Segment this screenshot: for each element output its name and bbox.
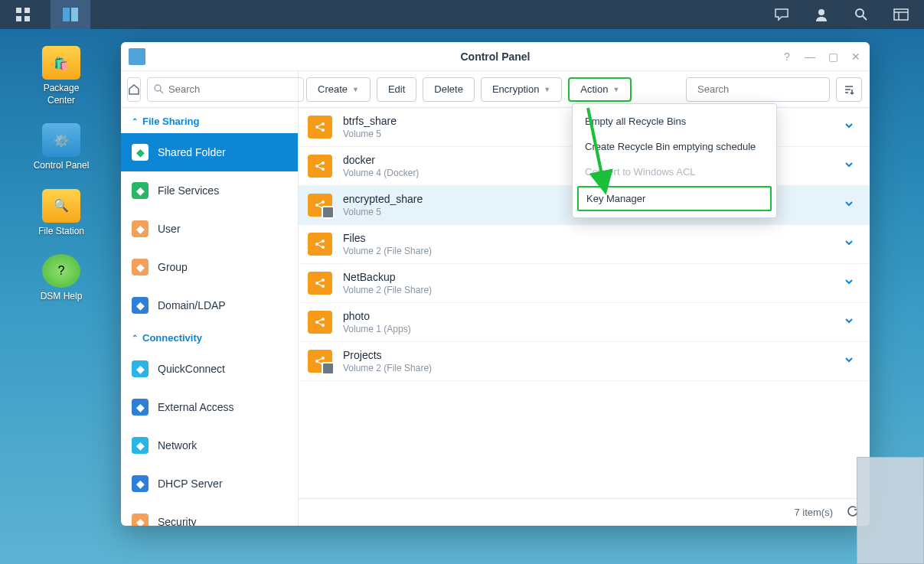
folder-name: NetBackup [343,271,833,283]
sidebar-item-icon: ◆ [132,399,149,416]
sidebar-item-security[interactable]: ◆Security [121,503,298,526]
sidebar-item-icon: ◆ [132,297,149,314]
folder-row-files[interactable]: FilesVolume 2 (File Share) [299,225,870,264]
share-folder-icon [308,311,332,334]
taskbar [0,0,924,29]
main-menu-icon[interactable] [11,2,35,27]
desktop-preview-thumbnail[interactable] [857,457,924,564]
sidebar-item-dhcp-server[interactable]: ◆DHCP Server [121,465,298,503]
desktop-icon-control-panel[interactable]: ⚙️ Control Panel [29,123,93,172]
sidebar-item-domain-ldap[interactable]: ◆Domain/LDAP [121,286,298,324]
chevron-down-icon: ▼ [612,86,619,93]
sidebar-item-icon: ◆ [132,513,149,526]
expand-chevron-icon[interactable] [844,159,854,173]
sidebar-item-icon: ◆ [132,259,149,275]
table-search-input[interactable] [697,83,826,95]
share-folder-icon [308,116,332,139]
folder-row-netbackup[interactable]: NetBackupVolume 2 (File Share) [299,264,870,303]
share-folder-icon [308,155,332,178]
search-icon [154,84,164,94]
main-panel: Create▼ Edit Delete Encryption▼ Action▼ … [299,71,870,526]
action-button[interactable]: Action▼ [568,77,632,102]
svg-point-7 [856,9,864,17]
desktop-icon-package-center[interactable]: 🛍️ Package Center [29,46,93,106]
expand-chevron-icon[interactable] [844,120,854,134]
svg-rect-8 [894,9,908,20]
chevron-up-icon: ⌃ [132,117,138,126]
toolbar: Create▼ Edit Delete Encryption▼ Action▼ … [299,71,870,108]
menu-item-convert-to-windows-acl: Convert to Windows ACL [573,159,776,184]
shopping-bag-icon: 🛍️ [42,46,80,80]
sidebar-item-label: QuickConnect [158,363,225,375]
chevron-down-icon: ▼ [544,86,550,93]
desktop-icons: 🛍️ Package Center ⚙️ Control Panel 🔍 Fil… [29,46,93,303]
help-button[interactable]: ? [781,51,793,63]
folder-name: Files [343,232,833,244]
sidebar-item-quickconnect[interactable]: ◆QuickConnect [121,350,298,388]
sort-button[interactable] [836,77,862,102]
widgets-icon[interactable] [889,2,913,27]
svg-point-25 [322,285,325,288]
sidebar-item-label: User [158,223,181,235]
menu-item-create-recycle-bin-emptying-schedule[interactable]: Create Recycle Bin emptying schedule [573,134,776,159]
folder-volume: Volume 2 (File Share) [343,246,833,256]
minimize-button[interactable]: — [804,51,816,63]
sidebar-item-icon: ◆ [132,220,149,237]
help-icon: ? [42,254,80,288]
chevron-down-icon: ▼ [352,86,359,93]
sidebar-item-label: Security [158,516,197,526]
sidebar-section-file-sharing[interactable]: ⌃File Sharing [121,108,298,133]
footer: 7 item(s) [299,498,870,526]
svg-rect-5 [71,8,78,21]
sidebar-item-file-services[interactable]: ◆File Services [121,171,298,210]
sidebar-item-network[interactable]: ◆Network [121,426,298,465]
desktop-icon-dsm-help[interactable]: ? DSM Help [29,254,93,303]
search-icon[interactable] [849,2,873,27]
menu-item-key-manager[interactable]: Key Manager [577,186,772,211]
sidebar-item-icon: ◆ [132,182,149,199]
expand-chevron-icon[interactable] [844,276,854,290]
svg-point-12 [322,122,325,126]
menu-item-empty-all-recycle-bins[interactable]: Empty all Recycle Bins [573,109,776,134]
share-folder-icon [308,194,332,217]
sidebar-item-group[interactable]: ◆Group [121,248,298,286]
share-folder-icon [308,272,332,295]
encryption-button[interactable]: Encryption▼ [481,77,562,102]
sidebar-section-connectivity[interactable]: ⌃Connectivity [121,324,298,350]
svg-rect-4 [63,8,70,21]
sidebar-search[interactable] [147,77,304,102]
sidebar-item-shared-folder[interactable]: ◆Shared Folder [121,133,298,171]
folder-name: Projects [343,349,833,361]
delete-button[interactable]: Delete [423,77,475,102]
window-header: Control Panel ? — ▢ ✕ [121,42,870,71]
expand-chevron-icon[interactable] [844,198,854,212]
edit-button[interactable]: Edit [377,77,416,102]
expand-chevron-icon[interactable] [844,354,854,368]
close-button[interactable]: ✕ [850,51,862,63]
sidebar-item-external-access[interactable]: ◆External Access [121,388,298,426]
expand-chevron-icon[interactable] [844,237,854,251]
folder-row-photo[interactable]: photoVolume 1 (Apps) [299,303,870,342]
sidebar-search-input[interactable] [168,83,297,95]
taskbar-app-control-panel[interactable] [51,0,90,29]
folder-search-icon: 🔍 [42,189,80,223]
action-dropdown: Empty all Recycle BinsCreate Recycle Bin… [572,103,777,218]
folder-row-projects[interactable]: ProjectsVolume 2 (File Share) [299,342,870,381]
user-icon[interactable] [809,2,834,27]
notifications-icon[interactable] [769,2,794,27]
sidebar-item-label: DHCP Server [158,478,223,490]
desktop-icon-file-station[interactable]: 🔍 File Station [29,189,93,238]
create-button[interactable]: Create▼ [306,77,371,102]
sidebar-item-label: Group [158,261,188,273]
control-panel-icon: ⚙️ [42,123,80,157]
maximize-button[interactable]: ▢ [827,51,839,63]
sidebar-item-label: File Services [158,184,219,197]
table-search[interactable] [686,77,830,102]
svg-rect-1 [24,8,30,13]
svg-rect-2 [16,16,21,21]
expand-chevron-icon[interactable] [844,315,854,329]
svg-rect-3 [24,16,30,21]
sidebar-item-icon: ◆ [132,475,149,492]
sidebar-item-user[interactable]: ◆User [121,210,298,248]
home-button[interactable] [127,77,141,102]
